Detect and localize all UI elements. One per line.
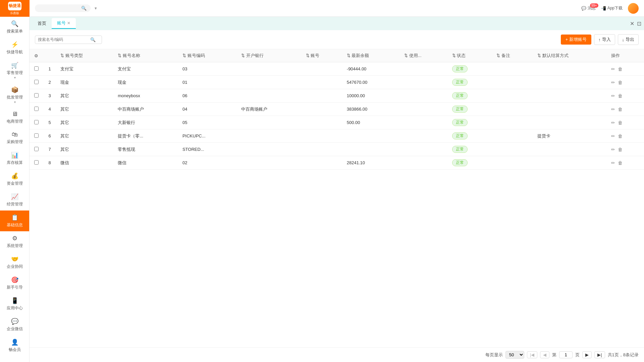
row-name-1: 现金 [114,76,178,89]
row-checkbox-0[interactable] [30,62,43,76]
row-type-4: 其它 [56,116,114,129]
edit-icon-3[interactable]: ✏ [611,107,615,112]
sidebar-item-wholesale[interactable]: 📦 批发管理 ▾ [0,83,29,107]
col-header-bank[interactable]: ⇅ 开户银行 [237,49,302,62]
edit-icon-5[interactable]: ✏ [611,133,615,139]
sidebar-item-ecommerce[interactable]: 🖥 电商管理 [0,107,29,128]
app-download-button[interactable]: 📲 App下载 [601,5,623,11]
add-account-button[interactable]: + 新增账号 [561,35,591,45]
row-usage-7 [400,156,448,170]
row-check-2[interactable] [34,93,39,98]
sidebar-item-system[interactable]: ⚙ 系统管理 [0,231,29,252]
delete-icon-6[interactable]: 🗑 [618,147,623,152]
delete-icon-4[interactable]: 🗑 [618,120,623,125]
sidebar-item-member[interactable]: 👤 畅会员 [0,335,29,356]
col-header-name[interactable]: ⇅ 账号名称 [114,49,178,62]
delete-icon-1[interactable]: 🗑 [618,80,623,85]
col-header-usage[interactable]: ⇅ 使用... [400,49,448,62]
last-page-button[interactable]: ▶| [594,351,605,358]
tab-home[interactable]: 首页 [32,18,52,28]
tabbar-close-button[interactable]: ✕ [630,20,634,27]
edit-icon-7[interactable]: ✏ [611,160,615,166]
edit-icon-0[interactable]: ✏ [611,66,615,72]
delete-icon-0[interactable]: 🗑 [618,66,623,72]
sidebar-item-wechat[interactable]: 💬 企业微信 [0,314,29,335]
row-check-4[interactable] [34,120,39,124]
tabbar-expand-button[interactable]: ⊡ [637,20,641,27]
row-remark-0 [492,62,533,76]
edit-icon-6[interactable]: ✏ [611,147,615,152]
next-page-button[interactable]: ▶ [582,351,592,358]
row-index-6: 7 [43,143,56,156]
row-checkbox-4[interactable] [30,116,43,129]
row-check-6[interactable] [34,147,39,151]
page-input[interactable] [559,351,573,358]
col-header-balance[interactable]: ⇅ 最新余额 [343,49,400,62]
row-check-3[interactable] [34,107,39,111]
delete-icon-7[interactable]: 🗑 [618,160,623,166]
first-page-button[interactable]: |◀ [527,351,537,358]
row-usage-4 [400,116,448,129]
row-checkbox-6[interactable] [30,143,43,156]
edit-icon-1[interactable]: ✏ [611,80,615,85]
sidebar-item-quick[interactable]: ⚡ 快捷导航 [0,38,29,58]
tab-home-label: 首页 [38,20,46,26]
col-header-default-payment[interactable]: ⇅ 默认结算方式 [533,49,607,62]
tab-account-close-icon[interactable]: ✕ [67,21,70,25]
search-box[interactable]: 🔍 [35,36,102,44]
row-check-0[interactable] [34,66,39,71]
row-status-6: 正常 [448,143,492,156]
topbar-dropdown-icon[interactable]: ▾ [95,6,97,11]
row-checkbox-3[interactable] [30,103,43,116]
sidebar-item-guide[interactable]: 🎯 新手引导 [0,273,29,294]
row-check-5[interactable] [34,133,39,138]
message-button[interactable]: 💬 消息 99+ [581,5,596,11]
sidebar-item-purchase[interactable]: 🛍 采购管理 [0,128,29,148]
sidebar-item-inventory[interactable]: 📊 库存核算 [0,148,29,169]
row-bank-5 [237,129,302,143]
sidebar-item-agreement[interactable]: 🤝 企业协同 [0,252,29,273]
col-header-type[interactable]: ⇅ 账号类型 [56,49,114,62]
sidebar-item-operation[interactable]: 📈 经营管理 [0,190,29,210]
col-header-setting[interactable]: ⚙ [30,49,43,62]
row-checkbox-7[interactable] [30,156,43,170]
sidebar-item-appcenter[interactable]: 📱 应用中心 [0,294,29,314]
row-check-1[interactable] [34,80,39,84]
sidebar-item-search[interactable]: 🔍 搜索菜单 [0,17,29,38]
delete-icon-2[interactable]: 🗑 [618,93,623,99]
delete-icon-5[interactable]: 🗑 [618,133,623,139]
row-type-5: 其它 [56,129,114,143]
sidebar-item-finance[interactable]: 💰 资金管理 [0,169,29,190]
topbar-search-input[interactable] [39,6,79,11]
import-button[interactable]: ↑ 导入 [594,34,615,45]
row-status-7: 正常 [448,156,492,170]
tab-account[interactable]: 账号 ✕ [52,18,76,29]
per-page-select[interactable]: 50 20 100 [505,351,524,359]
edit-icon-2[interactable]: ✏ [611,93,615,99]
sidebar-item-guide-label: 新手引导 [7,285,23,290]
table-row: 1 支付宝 支付宝 03 -90444.00 正常 ✏ 🗑 [30,62,644,76]
col-header-remark[interactable]: ⇅ 备注 [492,49,533,62]
prev-page-button[interactable]: ◀ [540,351,549,358]
row-name-2: moneybosx [114,89,178,103]
sidebar-item-retail[interactable]: 🛒 零售管理 ▾ [0,58,29,83]
edit-icon-4[interactable]: ✏ [611,120,615,125]
col-header-code[interactable]: ⇅ 账号编码 [178,49,237,62]
topbar-search-box[interactable]: 🔍 [35,4,91,12]
row-index-4: 5 [43,116,56,129]
sidebar-item-retail-label: 零售管理 [7,70,23,76]
wholesale-icon: 📦 [11,86,18,94]
col-header-account[interactable]: ⇅ 账号 [302,49,343,62]
toolbar-right: + 新增账号 ↑ 导入 ↓ 导出 [561,34,639,45]
row-checkbox-5[interactable] [30,129,43,143]
export-button[interactable]: ↓ 导出 [618,34,639,45]
row-checkbox-1[interactable] [30,76,43,89]
row-name-5: 提货卡（零... [114,129,178,143]
sidebar-item-basic[interactable]: 📋 基础信息 [0,210,29,231]
col-header-status[interactable]: ⇅ 状态 [448,49,492,62]
search-input[interactable] [38,37,88,42]
row-checkbox-2[interactable] [30,89,43,103]
delete-icon-3[interactable]: 🗑 [618,107,623,112]
row-check-7[interactable] [34,160,39,165]
user-avatar[interactable] [628,3,639,14]
